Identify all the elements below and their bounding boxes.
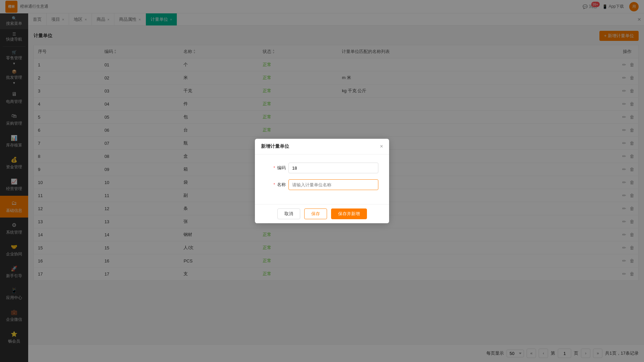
cancel-button[interactable]: 取消 xyxy=(277,208,300,219)
form-row-code: * 编码 xyxy=(266,163,378,173)
name-required-mark: * xyxy=(273,182,275,187)
modal-title: 新增计量单位 xyxy=(261,143,289,149)
name-input[interactable] xyxy=(288,179,378,190)
modal-footer: 取消 保存 保存并新增 xyxy=(255,204,389,223)
modal-header: 新增计量单位 × xyxy=(255,139,389,155)
save-button[interactable]: 保存 xyxy=(304,208,327,219)
name-label-text: 名称 xyxy=(277,182,286,187)
form-row-name: * 名称 xyxy=(266,179,378,190)
modal-body: * 编码 * 名称 xyxy=(255,155,389,204)
code-input[interactable] xyxy=(288,163,378,173)
modal-close-icon[interactable]: × xyxy=(380,143,383,149)
code-label: * 编码 xyxy=(266,165,286,171)
save-add-button[interactable]: 保存并新增 xyxy=(331,208,367,219)
code-label-text: 编码 xyxy=(277,165,286,170)
modal-overlay: 新增计量单位 × * 编码 * 名称 取消 保存 保存并新增 xyxy=(0,0,644,362)
add-unit-modal: 新增计量单位 × * 编码 * 名称 取消 保存 保存并新增 xyxy=(255,139,389,223)
code-required-mark: * xyxy=(273,165,275,170)
name-label: * 名称 xyxy=(266,182,286,188)
